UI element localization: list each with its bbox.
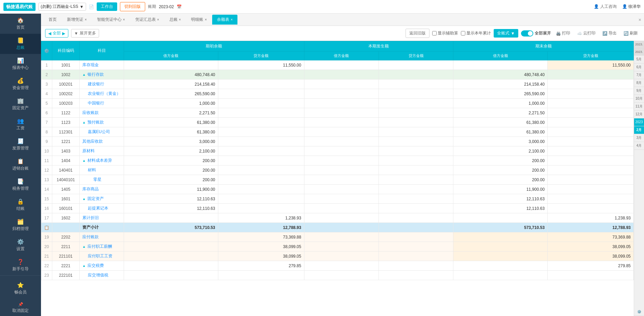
display-aux-checkbox[interactable]: 显示辅助算: [432, 30, 458, 36]
right-panel-year-2023-top[interactable]: 2023.: [634, 41, 644, 48]
company-selector[interactable]: (勿删) 江西融金-LSS ▼: [38, 3, 86, 11]
row-subject[interactable]: 应付账款: [80, 232, 124, 242]
right-panel-feb[interactable]: 2月: [634, 126, 644, 134]
subject-link[interactable]: 应付职工工资: [88, 254, 112, 258]
subject-link[interactable]: 材料: [88, 168, 96, 172]
expand-more-button[interactable]: ▼ 展开更多: [71, 29, 99, 38]
right-panel-aug[interactable]: 8月: [634, 79, 644, 87]
row-subject[interactable]: 材料: [80, 166, 124, 175]
full-mode-button[interactable]: 全账式 ▼: [494, 29, 518, 38]
sidebar-item-home[interactable]: 🏠 首页: [0, 14, 41, 34]
tab-voucher-summary-close[interactable]: ×: [157, 18, 159, 21]
row-subject[interactable]: ▲ 银行存款: [80, 70, 124, 80]
row-subject[interactable]: 累计折旧: [80, 213, 124, 223]
subject-link[interactable]: 固定资产: [87, 196, 104, 201]
subject-link[interactable]: 原材料: [82, 148, 95, 153]
subject-link[interactable]: 材料成本差异: [87, 158, 112, 163]
right-panel-year-2023-top2[interactable]: 2023.: [634, 48, 644, 56]
tab-home[interactable]: 首页: [44, 15, 61, 25]
tab-balance-close[interactable]: ×: [231, 18, 233, 21]
display-ytd-checkbox[interactable]: 显示本年累计: [461, 30, 491, 36]
sidebar-item-settings[interactable]: ⚙️ 设置: [0, 235, 41, 255]
calendar-icon[interactable]: 📅: [177, 4, 182, 9]
display-ytd-input[interactable]: [461, 31, 465, 35]
sidebar-item-close[interactable]: 🔒 结账: [0, 195, 41, 215]
tab-close-all[interactable]: ×: [639, 17, 641, 23]
row-subject[interactable]: ▲ 应交税费: [80, 261, 124, 271]
user-service-link[interactable]: 👤 人工咨询: [594, 4, 616, 10]
subject-link[interactable]: 应收账款: [82, 110, 99, 115]
sidebar-item-member[interactable]: ⭐ 畅会员: [0, 278, 41, 299]
right-panel-jul[interactable]: 7月: [634, 71, 644, 79]
row-subject[interactable]: ▲ 应付职工薪酬: [80, 242, 124, 252]
tab-new-voucher-close[interactable]: ×: [85, 18, 87, 21]
row-subject[interactable]: ▲ 预付账款: [80, 118, 124, 127]
row-subject[interactable]: ▲ 固定资产: [80, 194, 124, 204]
tab-ledger-close[interactable]: ×: [179, 18, 181, 21]
export-button[interactable]: ↗️ 导出: [600, 29, 619, 37]
sidebar-item-capital[interactable]: 💰 资金管理: [0, 74, 41, 94]
cloud-print-button[interactable]: ☁️ 云打印: [575, 29, 598, 37]
tab-detail-close[interactable]: ×: [205, 18, 207, 21]
sidebar-item-invoice[interactable]: 🧾 发票管理: [0, 134, 41, 155]
subject-link[interactable]: 应交税费: [87, 263, 104, 268]
tab-new-voucher[interactable]: 新增凭证 ×: [62, 15, 92, 25]
row-subject[interactable]: 零星: [80, 175, 124, 185]
workbench-button[interactable]: 工作台: [97, 2, 117, 11]
subject-link[interactable]: 中国银行: [88, 101, 104, 105]
row-subject[interactable]: 建设银行: [80, 80, 124, 89]
sidebar-item-fixed[interactable]: 🏢 固定资产: [0, 94, 41, 114]
right-panel-nov[interactable]: 11月: [634, 103, 644, 111]
row-subject[interactable]: 应交增值税: [80, 271, 124, 280]
sidebar-item-reports[interactable]: 📊 报表中心: [0, 54, 41, 74]
row-subject[interactable]: 起提累记本: [80, 204, 124, 213]
tab-smart-voucher[interactable]: 智能凭证中心 ×: [92, 15, 130, 25]
sidebar-item-ledger[interactable]: 📒 总账: [0, 34, 41, 54]
subject-link[interactable]: 应交增值税: [88, 273, 108, 277]
row-subject[interactable]: 中国银行: [80, 99, 124, 108]
subject-link[interactable]: 银行存款: [87, 72, 104, 77]
row-subject[interactable]: 其他应收款: [80, 137, 124, 146]
right-panel-year-2023[interactable]: 2023: [634, 118, 644, 126]
subject-link[interactable]: 其他应收款: [82, 139, 103, 144]
subject-link[interactable]: 库存商品: [82, 187, 99, 191]
display-aux-input[interactable]: [432, 31, 437, 35]
subject-link[interactable]: 农业银行（黄金）: [88, 91, 121, 96]
right-panel-settings[interactable]: ⚙️: [634, 308, 644, 316]
return-old-button[interactable]: 返回旧版: [406, 29, 429, 38]
tab-ledger[interactable]: 总账 ×: [165, 15, 186, 25]
filter-all-button[interactable]: ◀ 全部 ▶: [45, 29, 68, 38]
row-subject[interactable]: 库存现金: [80, 60, 124, 70]
right-panel-sep[interactable]: 9月: [634, 87, 644, 95]
right-panel-jun[interactable]: 6月: [634, 63, 644, 71]
subject-link[interactable]: 库存现金: [82, 62, 99, 67]
subject-link[interactable]: 应付职工薪酬: [87, 244, 112, 249]
tab-balance[interactable]: 余额表 ×: [212, 15, 237, 25]
row-subject[interactable]: 库存商品: [80, 185, 124, 194]
subject-link[interactable]: 零星: [93, 177, 101, 182]
subject-link[interactable]: 预付账款: [87, 120, 104, 125]
subject-link[interactable]: 嘉属EU公司: [88, 129, 110, 134]
print-button[interactable]: 🖨️ 打印: [554, 29, 572, 37]
switch-version-button[interactable]: 切到旧版: [120, 2, 145, 11]
sidebar-item-pin[interactable]: 📌 取消固定: [0, 299, 41, 316]
row-subject[interactable]: ▲ 材料成本差异: [80, 156, 124, 166]
sidebar-item-payroll[interactable]: 👥 工资: [0, 114, 41, 134]
right-panel-oct[interactable]: 10月: [634, 95, 644, 103]
row-subject[interactable]: 应付职工工资: [80, 252, 124, 261]
right-panel-dec[interactable]: 12月: [634, 111, 644, 118]
row-subject[interactable]: 嘉属EU公司: [80, 127, 124, 137]
subject-link[interactable]: 应付账款: [82, 234, 99, 239]
sidebar-item-tax[interactable]: 📑 税务管理: [0, 175, 41, 195]
subject-link[interactable]: 累计折旧: [82, 215, 99, 220]
tab-detail[interactable]: 明细账 ×: [186, 15, 211, 25]
refresh-button[interactable]: 🔄 刷新: [621, 29, 640, 37]
expand-all-toggle[interactable]: 全部展开: [521, 30, 551, 37]
row-subject[interactable]: 资产小计: [80, 223, 124, 232]
subject-link[interactable]: 起提累记本: [88, 206, 108, 211]
row-subject[interactable]: 农业银行（黄金）: [80, 89, 124, 99]
tab-smart-voucher-close[interactable]: ×: [123, 18, 125, 21]
right-panel-may[interactable]: 5月: [634, 56, 644, 63]
row-subject[interactable]: 应收账款: [80, 108, 124, 118]
right-panel-mar[interactable]: 3月: [634, 134, 644, 142]
